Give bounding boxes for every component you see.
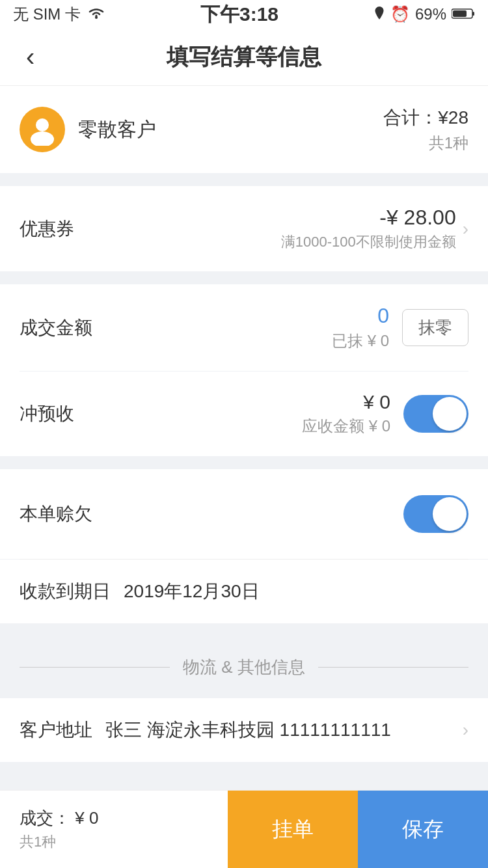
round-zero-button[interactable]: 抹零 — [402, 309, 468, 346]
transaction-section: 成交金额 0 已抹 ¥ 0 抹零 冲预收 ¥ 0 应收金额 ¥ 0 — [0, 284, 488, 456]
coupon-row[interactable]: 优惠券 -¥ 28.00 满1000-100不限制使用金额 › — [0, 186, 488, 271]
deal-value: ¥ 0 — [75, 808, 98, 828]
wifi-icon — [87, 5, 105, 23]
already-rounded-text: 已抹 ¥ 0 — [332, 331, 389, 351]
bottom-bar: 成交： ¥ 0 共1种 挂单 保存 — [0, 790, 488, 868]
location-icon — [373, 5, 385, 23]
status-time: 下午3:18 — [200, 1, 278, 28]
charge-label: 冲预收 — [20, 401, 74, 426]
charge-row: 冲预收 ¥ 0 应收金额 ¥ 0 — [20, 372, 468, 456]
transaction-amount-row: 成交金额 0 已抹 ¥ 0 抹零 — [20, 284, 468, 372]
back-button[interactable]: ‹ — [20, 36, 41, 78]
total-count: 共1种 — [383, 133, 468, 154]
battery-icon — [452, 5, 475, 23]
receivable-text: 应收金额 ¥ 0 — [302, 416, 390, 437]
bottom-deal: 成交： ¥ 0 — [20, 807, 208, 830]
battery-text: 69% — [415, 5, 446, 23]
divider-5 — [0, 623, 488, 636]
coupon-discount: -¥ 28.00 — [281, 206, 456, 230]
coupon-label: 优惠券 — [20, 217, 74, 241]
due-date-value[interactable]: 2019年12月30日 — [124, 579, 260, 604]
transaction-amount-left: 成交金额 — [20, 316, 92, 340]
address-row[interactable]: 客户地址 张三 海淀永丰科技园 11111111111 › — [20, 718, 468, 742]
save-button[interactable]: 保存 — [358, 791, 488, 869]
address-label: 客户地址 — [20, 718, 92, 742]
nav-title: 填写结算等信息 — [167, 42, 321, 72]
logistics-line-right — [318, 667, 468, 668]
status-right: ⏰ 69% — [373, 5, 475, 23]
logistics-divider: 物流 & 其他信息 — [20, 656, 468, 679]
due-date-label: 收款到期日 — [20, 579, 111, 604]
address-section: 客户地址 张三 海淀永丰科技园 11111111111 › — [0, 698, 488, 762]
hang-button[interactable]: 挂单 — [228, 791, 358, 869]
coupon-desc: 满1000-100不限制使用金额 — [281, 232, 456, 252]
svg-point-5 — [31, 131, 54, 146]
logistics-section: 物流 & 其他信息 — [0, 636, 488, 698]
bottom-info: 成交： ¥ 0 共1种 — [0, 807, 228, 852]
transaction-amount-value[interactable]: 0 — [377, 304, 389, 327]
svg-rect-2 — [472, 12, 474, 16]
svg-point-0 — [95, 16, 98, 19]
address-chevron-icon: › — [463, 720, 468, 740]
no-sim-text: 无 SIM 卡 — [13, 4, 81, 25]
logistics-line-left — [20, 667, 170, 668]
divider-3 — [0, 456, 488, 469]
avatar — [20, 107, 65, 152]
divider-1 — [0, 173, 488, 186]
svg-point-4 — [36, 118, 49, 131]
charge-amount: ¥ 0 — [302, 391, 390, 413]
coupon-right: -¥ 28.00 满1000-100不限制使用金额 › — [281, 206, 468, 252]
coupon-value: -¥ 28.00 满1000-100不限制使用金额 — [281, 206, 456, 252]
customer-section: 零散客户 合计：¥28 共1种 — [0, 86, 488, 173]
charge-toggle[interactable] — [403, 395, 468, 433]
debt-label: 本单赊欠 — [20, 502, 92, 526]
address-value: 张三 海淀永丰科技园 11111111111 — [105, 718, 463, 742]
total-amount: 合计：¥28 — [383, 105, 468, 130]
customer-row: 零散客户 合计：¥28 共1种 — [20, 105, 468, 154]
status-left: 无 SIM 卡 — [13, 4, 105, 25]
transaction-amount-values: 0 已抹 ¥ 0 — [332, 304, 389, 351]
status-bar: 无 SIM 卡 下午3:18 ⏰ 69% — [0, 0, 488, 29]
transaction-amount-right: 0 已抹 ¥ 0 抹零 — [332, 304, 468, 351]
customer-left: 零散客户 — [20, 107, 156, 152]
alarm-icon: ⏰ — [390, 5, 410, 23]
debt-toggle[interactable] — [403, 495, 468, 533]
customer-right: 合计：¥28 共1种 — [383, 105, 468, 154]
bottom-count: 共1种 — [20, 832, 208, 852]
main-content: 零散客户 合计：¥28 共1种 优惠券 -¥ 28.00 满1000-100不限… — [0, 86, 488, 866]
debt-section: 本单赊欠 — [0, 469, 488, 559]
coupon-chevron-icon: › — [463, 219, 468, 239]
debt-row: 本单赊欠 — [20, 469, 468, 559]
transaction-amount-label: 成交金额 — [20, 318, 92, 338]
charge-right: ¥ 0 应收金额 ¥ 0 — [302, 391, 468, 437]
deal-label: 成交： — [20, 808, 70, 828]
toggle-knob — [433, 397, 467, 431]
logistics-text: 物流 & 其他信息 — [183, 656, 305, 679]
debt-toggle-knob — [433, 497, 467, 531]
customer-name: 零散客户 — [78, 116, 156, 143]
svg-rect-3 — [453, 10, 467, 17]
charge-amounts: ¥ 0 应收金额 ¥ 0 — [302, 391, 390, 437]
divider-2 — [0, 271, 488, 284]
due-date-section: 收款到期日 2019年12月30日 — [0, 560, 488, 623]
nav-bar: ‹ 填写结算等信息 — [0, 29, 488, 86]
due-date-row: 收款到期日 2019年12月30日 — [20, 579, 468, 604]
